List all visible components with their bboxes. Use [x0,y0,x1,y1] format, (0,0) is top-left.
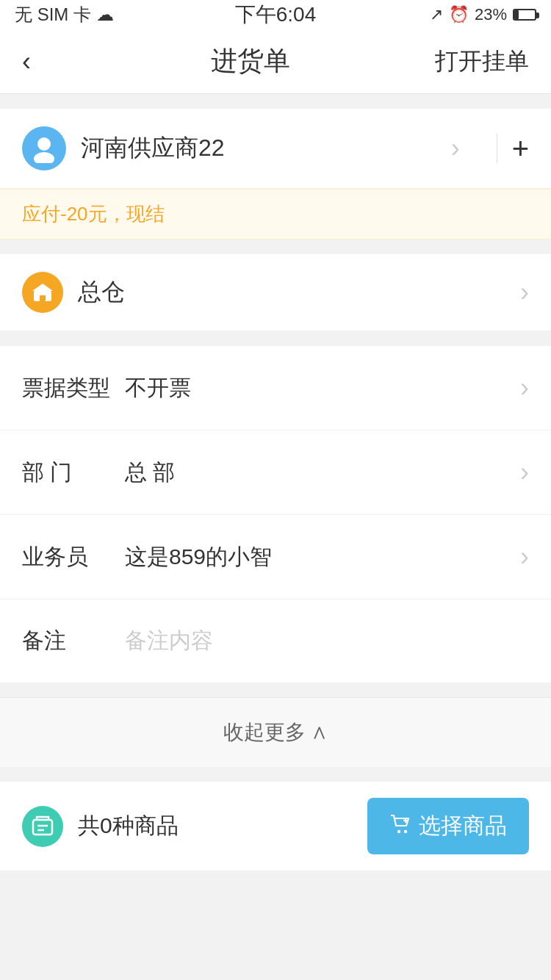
department-arrow [520,457,529,488]
notice-bar: 应付-20元，现结 [0,189,551,239]
svg-rect-5 [33,820,52,835]
open-pending-button[interactable]: 打开挂单 [435,46,529,78]
supplier-section: 河南供应商22 + 应付-20元，现结 [0,109,551,239]
back-button[interactable]: ‹ [22,46,66,77]
svg-point-0 [37,137,51,151]
add-supplier-button[interactable]: + [512,132,529,165]
remark-row[interactable]: 备注 备注内容 [0,599,551,682]
salesperson-label: 业务员 [22,542,118,572]
select-product-button[interactable]: 选择商品 [367,798,529,854]
status-time: 下午6:04 [235,1,317,29]
department-row[interactable]: 部 门 总 部 [0,430,551,515]
svg-point-9 [404,830,407,833]
invoice-type-label: 票据类型 [22,373,118,403]
supplier-name: 河南供应商22 [81,132,451,165]
salesperson-row[interactable]: 业务员 这是859的小智 [0,515,551,599]
svg-point-8 [397,830,400,833]
product-count: 共0种商品 [78,811,367,841]
location-icon: ↗ [430,5,443,24]
svg-rect-4 [40,295,46,301]
battery-icon [513,9,536,21]
remark-input[interactable]: 备注内容 [118,626,529,656]
invoice-type-row[interactable]: 票据类型 不开票 [0,346,551,430]
warehouse-name: 总仓 [78,276,520,309]
product-bar: 共0种商品 选择商品 [0,782,551,871]
battery-level: 23% [475,5,507,24]
remark-label: 备注 [22,626,118,656]
invoice-type-arrow [520,372,529,403]
salesperson-value: 这是859的小智 [118,542,520,572]
department-value: 总 部 [118,458,520,488]
cart-icon [389,813,411,839]
select-product-label: 选择商品 [419,811,507,841]
divider [497,134,497,163]
product-icon [22,806,63,847]
invoice-type-value: 不开票 [118,373,520,403]
status-left: 无 SIM 卡 ☁ [15,3,114,26]
alarm-icon: ⏰ [449,5,469,24]
supplier-row[interactable]: 河南供应商22 + [0,109,551,189]
nav-bar: ‹ 进货单 打开挂单 [0,29,551,94]
warehouse-icon [22,272,63,313]
form-section: 票据类型 不开票 部 门 总 部 业务员 这是859的小智 备注 备注内容 [0,346,551,682]
sim-status: 无 SIM 卡 ☁ [15,3,114,26]
collapse-bar[interactable]: 收起更多 ∧ [0,697,551,767]
status-right: ↗ ⏰ 23% [430,5,536,24]
warehouse-row[interactable]: 总仓 [0,254,551,331]
supplier-avatar [22,126,66,170]
svg-point-1 [34,152,54,163]
gap-1 [0,94,551,109]
supplier-arrow-icon [451,133,460,164]
salesperson-arrow [520,541,529,572]
status-bar: 无 SIM 卡 ☁ 下午6:04 ↗ ⏰ 23% [0,0,551,29]
warehouse-arrow-icon [520,277,529,308]
department-label: 部 门 [22,458,118,488]
page-title: 进货单 [211,43,290,79]
svg-marker-3 [32,284,53,291]
